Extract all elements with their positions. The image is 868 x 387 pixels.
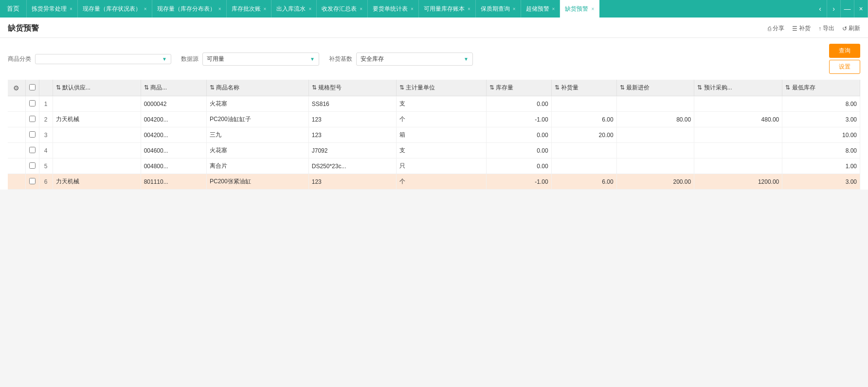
close-icon[interactable]: × bbox=[308, 6, 311, 12]
replenish-base-label: 补货基数 bbox=[329, 55, 352, 63]
share-icon: ⎙ bbox=[768, 25, 771, 32]
close-icon[interactable]: × bbox=[144, 6, 147, 12]
td-product-name: 火花塞 bbox=[206, 143, 308, 158]
td-spec: 123 bbox=[308, 174, 396, 190]
close-icon[interactable]: × bbox=[360, 6, 362, 12]
th-estimated-purchase-sort-icon[interactable]: ⇅ bbox=[697, 84, 702, 91]
datasource-dropdown-icon: ▼ bbox=[310, 56, 315, 62]
td-product-code: 004200... bbox=[141, 112, 206, 127]
td-gear bbox=[8, 143, 25, 158]
row-checkbox[interactable] bbox=[29, 162, 36, 169]
td-rownum: 5 bbox=[39, 158, 53, 174]
th-product-name-sort-icon[interactable]: ⇅ bbox=[210, 84, 215, 91]
nav-tab-7[interactable]: 要货单统计表 × bbox=[368, 0, 419, 18]
nav-tab-4[interactable]: 库存批次账 × bbox=[227, 0, 272, 18]
gear-icon[interactable]: ⚙ bbox=[13, 84, 19, 92]
row-checkbox[interactable] bbox=[29, 147, 36, 153]
th-latest-price-sort-icon[interactable]: ⇅ bbox=[620, 84, 625, 91]
page-header: 缺货预警 ⎙ 分享 ☰ 补货 ↑ 导出 ↺ 刷新 bbox=[0, 18, 868, 38]
nav-tab-2[interactable]: 现存量（库存状况表） × bbox=[78, 0, 152, 18]
replenish-base-select[interactable]: 安全库存 ▼ bbox=[356, 53, 473, 66]
td-stock: -1.00 bbox=[486, 112, 551, 127]
th-product-code-sort-icon[interactable]: ⇅ bbox=[144, 84, 149, 91]
refresh-button[interactable]: ↺ 刷新 bbox=[842, 24, 860, 33]
close-icon[interactable]: × bbox=[70, 6, 72, 12]
th-unit: ⇅ 主计量单位 bbox=[396, 80, 486, 96]
export-icon: ↑ bbox=[818, 25, 821, 32]
nav-tab-10[interactable]: 超储预警 × bbox=[521, 0, 561, 18]
close-icon[interactable]: × bbox=[513, 6, 516, 12]
nav-tab-1[interactable]: 拣货异常处理 × bbox=[27, 0, 78, 18]
close-icon[interactable]: × bbox=[468, 6, 470, 12]
th-spec-sort-icon[interactable]: ⇅ bbox=[312, 84, 317, 91]
query-button[interactable]: 查询 bbox=[829, 44, 860, 58]
nav-close-button[interactable]: × bbox=[854, 0, 868, 18]
td-checkbox bbox=[25, 174, 39, 190]
td-replenish-qty bbox=[551, 158, 616, 174]
replenish-button[interactable]: ☰ 补货 bbox=[792, 24, 811, 33]
datasource-select-value: 可用量 bbox=[207, 55, 224, 63]
td-stock: -1.00 bbox=[486, 174, 551, 190]
nav-tab-home[interactable]: 首页 bbox=[0, 0, 27, 18]
td-rownum: 2 bbox=[39, 112, 53, 127]
th-check bbox=[25, 80, 39, 96]
close-icon[interactable]: × bbox=[218, 6, 221, 12]
th-gear: ⚙ bbox=[8, 80, 25, 96]
close-icon[interactable]: × bbox=[264, 6, 267, 12]
td-rownum: 1 bbox=[39, 96, 53, 112]
export-button[interactable]: ↑ 导出 bbox=[818, 24, 834, 33]
nav-tab-3[interactable]: 现存量（库存分布表） × bbox=[152, 0, 227, 18]
th-supplier-sort-icon[interactable]: ⇅ bbox=[56, 84, 61, 91]
td-product-name: PC200张紧油缸 bbox=[206, 174, 308, 190]
td-supplier bbox=[53, 158, 141, 174]
close-icon[interactable]: × bbox=[411, 6, 414, 12]
row-checkbox[interactable] bbox=[29, 178, 36, 184]
td-min-stock: 3.00 bbox=[782, 174, 860, 190]
nav-tab-11[interactable]: 缺货预警 × bbox=[560, 0, 599, 18]
td-supplier: 力天机械 bbox=[53, 112, 141, 127]
th-stock-sort-icon[interactable]: ⇅ bbox=[489, 84, 494, 91]
td-stock: 0.00 bbox=[486, 158, 551, 174]
category-dropdown-icon: ▼ bbox=[162, 56, 167, 62]
td-product-code: 004200... bbox=[141, 127, 206, 143]
row-checkbox[interactable] bbox=[29, 131, 36, 138]
select-all-checkbox[interactable] bbox=[29, 84, 36, 90]
refresh-icon: ↺ bbox=[842, 25, 847, 32]
td-rownum: 3 bbox=[39, 127, 53, 143]
th-unit-sort-icon[interactable]: ⇅ bbox=[399, 84, 404, 91]
td-latest-price: 200.00 bbox=[616, 174, 694, 190]
nav-tab-6[interactable]: 收发存汇总表 × bbox=[317, 0, 368, 18]
settings-button[interactable]: 设置 bbox=[829, 60, 860, 74]
close-icon[interactable]: × bbox=[591, 6, 594, 12]
row-checkbox[interactable] bbox=[29, 116, 36, 122]
td-gear bbox=[8, 112, 25, 127]
td-replenish-qty bbox=[551, 143, 616, 158]
th-product-code: ⇅ 商品... bbox=[141, 80, 206, 96]
td-latest-price bbox=[616, 96, 694, 112]
th-replenish-qty-sort-icon[interactable]: ⇅ bbox=[555, 84, 560, 91]
data-table: ⚙ ⇅ 默认供应... ⇅ 商品... ⇅ bbox=[8, 80, 860, 190]
table-wrapper: ⚙ ⇅ 默认供应... ⇅ 商品... ⇅ bbox=[0, 80, 868, 190]
nav-prev-button[interactable]: ‹ bbox=[814, 0, 827, 18]
th-min-stock-sort-icon[interactable]: ⇅ bbox=[785, 84, 790, 91]
nav-next-button[interactable]: › bbox=[827, 0, 841, 18]
td-supplier: 力天机械 bbox=[53, 174, 141, 190]
nav-tab-9[interactable]: 保质期查询 × bbox=[476, 0, 521, 18]
td-unit: 个 bbox=[396, 112, 486, 127]
category-select[interactable]: ▼ bbox=[35, 54, 171, 64]
td-replenish-qty: 6.00 bbox=[551, 174, 616, 190]
td-spec: SS816 bbox=[308, 96, 396, 112]
nav-tab-5[interactable]: 出入库流水 × bbox=[271, 0, 317, 18]
td-gear bbox=[8, 158, 25, 174]
close-icon[interactable]: × bbox=[552, 6, 555, 12]
nav-minimize-button[interactable]: — bbox=[841, 0, 854, 18]
row-checkbox[interactable] bbox=[29, 100, 36, 106]
top-nav: 首页 拣货异常处理 × 现存量（库存状况表） × 现存量（库存分布表） × 库存… bbox=[0, 0, 868, 18]
datasource-select[interactable]: 可用量 ▼ bbox=[202, 53, 319, 66]
th-spec: ⇅ 规格型号 bbox=[308, 80, 396, 96]
nav-tab-8[interactable]: 可用量库存账本 × bbox=[419, 0, 476, 18]
share-button[interactable]: ⎙ 分享 bbox=[768, 24, 784, 33]
td-checkbox bbox=[25, 112, 39, 127]
td-product-name: PC200油缸缸子 bbox=[206, 112, 308, 127]
table-row: 3 004200... 三九 123 箱 0.00 20.00 10.00 bbox=[8, 127, 860, 143]
